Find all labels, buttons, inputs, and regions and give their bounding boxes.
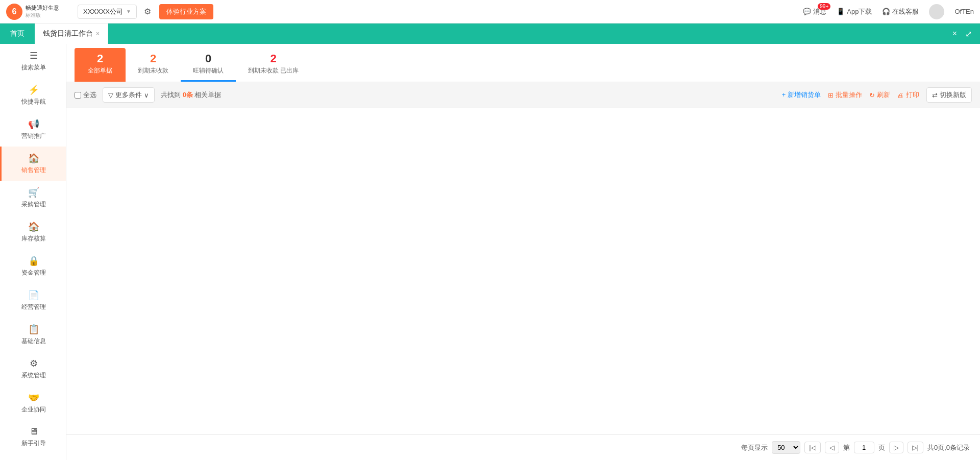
sidebar-item-enterprise[interactable]: 🤝 企业协同 bbox=[0, 386, 66, 420]
message-badge: 99+ bbox=[818, 3, 830, 10]
window-close-btn[interactable]: × bbox=[950, 27, 959, 40]
stat-tab-overdue-shipped[interactable]: 2 到期未收款 已出库 bbox=[236, 48, 311, 82]
refresh-icon: ↻ bbox=[869, 91, 875, 99]
switch-version-btn[interactable]: ⇄ 切换新版 bbox=[926, 87, 972, 103]
message-btn[interactable]: 💬 消息 99+ bbox=[803, 7, 826, 16]
avatar[interactable] bbox=[929, 4, 944, 19]
company-selector[interactable]: XXXXXX公司 ▼ bbox=[78, 5, 137, 19]
sidebar-item-marketing[interactable]: 📢 营销推广 bbox=[0, 112, 66, 147]
select-all-input[interactable] bbox=[75, 92, 81, 99]
refresh-label: 刷新 bbox=[877, 90, 890, 100]
sidebar-label-base-info: 基础信息 bbox=[21, 337, 46, 346]
logo-sub: 标准版 bbox=[26, 12, 59, 19]
top-bar: 6 畅捷通好生意 标准版 XXXXXX公司 ▼ ⚙ 体验行业方案 💬 消息 99… bbox=[0, 0, 980, 23]
filter-icon: ▽ bbox=[108, 91, 113, 99]
sidebar-label-sales: 销售管理 bbox=[21, 166, 46, 175]
quick-nav-icon: ⚡ bbox=[28, 84, 39, 95]
tab-qrzt[interactable]: 钱货日清工作台 × bbox=[35, 23, 108, 44]
switch-label: 切换新版 bbox=[940, 90, 966, 100]
online-service-btn[interactable]: 🎧 在线客服 bbox=[882, 7, 919, 16]
purchase-icon: 🛒 bbox=[28, 187, 39, 198]
sidebar-item-purchase[interactable]: 🛒 采购管理 bbox=[0, 181, 66, 215]
first-page-btn[interactable]: |◁ bbox=[804, 442, 820, 453]
print-btn[interactable]: 🖨 打印 bbox=[897, 90, 919, 100]
page-prefix: 第 bbox=[843, 443, 850, 452]
sidebar-label-inventory: 库存核算 bbox=[21, 234, 46, 243]
stats-tabs: 2 全部单据 2 到期未收款 0 旺辅待确认 2 到期未收款 已出库 bbox=[66, 44, 980, 82]
sidebar-item-search-menu[interactable]: ☰ 搜索菜单 bbox=[0, 44, 66, 78]
batch-btn[interactable]: ⊞ 批量操作 bbox=[828, 90, 862, 100]
online-service-label: 在线客服 bbox=[892, 7, 919, 16]
sidebar-item-system[interactable]: ⚙ 系统管理 bbox=[0, 352, 66, 386]
base-info-icon: 📋 bbox=[28, 324, 39, 335]
sidebar-item-guide[interactable]: 🖥 新手引导 bbox=[0, 420, 66, 454]
sidebar-label-operation: 经营管理 bbox=[21, 303, 46, 311]
filter-btn[interactable]: ▽ 更多条件 ∨ bbox=[103, 87, 155, 103]
settings-icon[interactable]: ⚙ bbox=[142, 5, 153, 18]
select-all-label: 全选 bbox=[83, 90, 96, 100]
inventory-icon: 🏠 bbox=[28, 221, 39, 232]
stat-tab-all[interactable]: 2 全部单据 bbox=[75, 48, 126, 82]
stat-label-all: 全部单据 bbox=[88, 66, 112, 75]
stat-label-overdue: 到期未收款 bbox=[138, 66, 168, 75]
tab-bar: 首页 钱货日清工作台 × × ⤢ bbox=[0, 23, 980, 44]
toolbar-right: + 新增销货单 ⊞ 批量操作 ↻ 刷新 🖨 打印 ⇄ 切换新版 bbox=[782, 87, 972, 103]
stat-tab-pending[interactable]: 0 旺辅待确认 bbox=[181, 48, 236, 82]
operation-icon: 📄 bbox=[28, 289, 39, 301]
window-max-btn[interactable]: ⤢ bbox=[963, 27, 974, 41]
next-page-btn[interactable]: ▷ bbox=[889, 442, 903, 453]
last-page-btn[interactable]: ▷| bbox=[908, 442, 923, 453]
tab-close-icon[interactable]: × bbox=[96, 30, 100, 37]
sidebar-item-operation[interactable]: 📄 经营管理 bbox=[0, 283, 66, 318]
pagination-bar: 每页显示 50 10 20 100 |◁ ◁ 第 页 ▷ ▷| 共0页,0条记录 bbox=[66, 434, 980, 460]
page-suffix: 页 bbox=[878, 443, 885, 452]
sidebar-label-enterprise: 企业协同 bbox=[21, 405, 46, 414]
sidebar: ☰ 搜索菜单 ⚡ 快捷导航 📢 营销推广 🏠 销售管理 🛒 采购管理 🏠 库存核… bbox=[0, 44, 66, 460]
stat-tab-overdue[interactable]: 2 到期未收款 bbox=[126, 48, 181, 82]
system-icon: ⚙ bbox=[30, 358, 38, 369]
sidebar-label-marketing: 营销推广 bbox=[21, 132, 46, 140]
sidebar-item-inventory[interactable]: 🏠 库存核算 bbox=[0, 215, 66, 249]
app-download-label: App下载 bbox=[847, 7, 872, 16]
sidebar-label-capital: 资金管理 bbox=[21, 269, 46, 277]
chevron-down-icon: ▼ bbox=[126, 9, 131, 14]
sidebar-label-purchase: 采购管理 bbox=[21, 200, 46, 209]
sidebar-label-guide: 新手引导 bbox=[21, 439, 46, 448]
select-all-checkbox[interactable]: 全选 bbox=[75, 90, 96, 100]
sidebar-item-base-info[interactable]: 📋 基础信息 bbox=[0, 318, 66, 352]
stat-label-overdue-shipped: 到期未收款 已出库 bbox=[248, 66, 299, 75]
refresh-btn[interactable]: ↻ 刷新 bbox=[869, 90, 890, 100]
service-icon: 🎧 bbox=[882, 8, 890, 15]
stat-number-pending: 0 bbox=[205, 52, 211, 65]
switch-icon: ⇄ bbox=[932, 91, 938, 99]
prev-page-btn[interactable]: ◁ bbox=[825, 442, 839, 453]
content-main bbox=[66, 108, 980, 434]
stat-number-overdue: 2 bbox=[150, 52, 156, 65]
per-page-label: 每页显示 bbox=[741, 443, 768, 452]
tab-bar-actions: × ⤢ bbox=[950, 27, 980, 41]
sidebar-label-search-menu: 搜索菜单 bbox=[21, 63, 46, 72]
stat-number-overdue-shipped: 2 bbox=[271, 52, 277, 65]
add-sale-label: + 新增销货单 bbox=[782, 90, 821, 100]
toolbar: 全选 ▽ 更多条件 ∨ 共找到 0条 相关单据 + 新增销货单 ⊞ 批量操作 ↻ bbox=[66, 82, 980, 108]
add-sale-btn[interactable]: + 新增销货单 bbox=[782, 90, 821, 100]
capital-icon: 🔒 bbox=[28, 255, 39, 267]
logo-text: 畅捷通好生意 bbox=[26, 4, 59, 11]
print-label: 打印 bbox=[906, 90, 919, 100]
main-layout: ☰ 搜索菜单 ⚡ 快捷导航 📢 营销推广 🏠 销售管理 🛒 采购管理 🏠 库存核… bbox=[0, 44, 980, 460]
stat-number-all: 2 bbox=[97, 52, 103, 65]
trial-btn[interactable]: 体验行业方案 bbox=[159, 4, 213, 19]
sidebar-item-capital[interactable]: 🔒 资金管理 bbox=[0, 249, 66, 283]
sidebar-item-sales[interactable]: 🏠 销售管理 bbox=[0, 147, 66, 181]
enterprise-icon: 🤝 bbox=[28, 392, 39, 403]
sidebar-item-quick-nav[interactable]: ⚡ 快捷导航 bbox=[0, 78, 66, 112]
page-input[interactable] bbox=[854, 442, 874, 453]
tab-home[interactable]: 首页 bbox=[0, 23, 35, 44]
page-total: 共0页,0条记录 bbox=[927, 443, 970, 452]
sidebar-item-app-center[interactable]: 📦 应用中心 bbox=[0, 454, 66, 460]
app-download-btn[interactable]: 📱 App下载 bbox=[837, 7, 872, 16]
search-menu-icon: ☰ bbox=[30, 50, 38, 61]
message-icon: 💬 bbox=[803, 8, 811, 15]
batch-label: 批量操作 bbox=[836, 90, 862, 100]
per-page-select[interactable]: 50 10 20 100 bbox=[772, 441, 800, 454]
